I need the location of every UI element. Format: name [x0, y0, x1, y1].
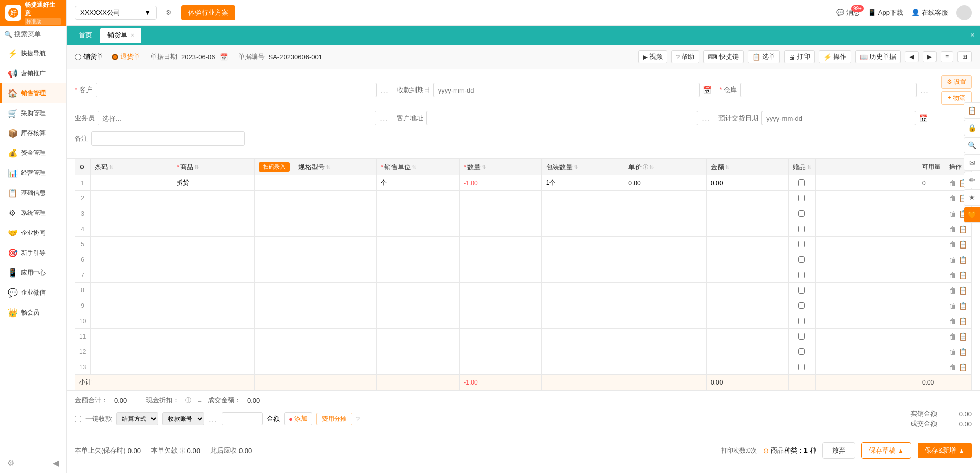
unit-input[interactable]	[381, 210, 455, 217]
row-delete-icon[interactable]: 🗑	[949, 225, 956, 233]
row-note[interactable]	[815, 221, 918, 237]
product-input[interactable]	[177, 241, 250, 248]
amount-input[interactable]	[711, 364, 784, 371]
sidebar-item-basics[interactable]: 📋 基础信息	[0, 183, 66, 203]
quantity-input[interactable]	[464, 226, 537, 233]
question-icon[interactable]: ?	[356, 415, 360, 423]
sidebar-collapse-icon[interactable]: ◀	[53, 458, 59, 468]
row-quantity[interactable]	[460, 221, 541, 237]
row-amount[interactable]	[706, 175, 788, 191]
barcode-input[interactable]	[95, 318, 168, 325]
row-amount[interactable]	[706, 206, 788, 221]
user-avatar[interactable]	[956, 5, 972, 20]
spec-input[interactable]	[298, 287, 373, 294]
row-barcode[interactable]	[91, 359, 172, 375]
note-input[interactable]	[820, 226, 913, 233]
row-note[interactable]	[815, 175, 918, 191]
pack-qty-input[interactable]	[546, 318, 620, 325]
note-input[interactable]	[820, 195, 913, 202]
unit-price-input[interactable]	[628, 333, 702, 340]
row-gift[interactable]	[788, 221, 815, 237]
row-copy-icon[interactable]: 📋	[959, 302, 967, 310]
row-unit-price[interactable]	[624, 221, 707, 237]
row-unit-price[interactable]	[624, 237, 707, 252]
search-menu-item[interactable]: 🔍 搜索菜单	[0, 26, 66, 43]
row-quantity[interactable]	[460, 252, 541, 267]
row-product[interactable]	[172, 313, 254, 329]
row-barcode[interactable]	[91, 191, 172, 206]
unit-price-input[interactable]	[628, 287, 702, 294]
barcode-input[interactable]	[95, 210, 168, 217]
product-input[interactable]	[177, 210, 250, 217]
quantity-input[interactable]	[464, 195, 537, 202]
row-unit[interactable]	[377, 313, 460, 329]
row-copy-icon[interactable]: 📋	[959, 286, 967, 295]
barcode-input[interactable]	[95, 226, 168, 233]
account-select[interactable]: 收款账号	[162, 412, 204, 425]
one-click-pay-checkbox[interactable]	[75, 416, 81, 422]
row-unit[interactable]	[377, 237, 460, 252]
sidebar-item-quick-nav[interactable]: ⚡ 快捷导航	[0, 43, 66, 63]
row-gift[interactable]	[788, 298, 815, 313]
unit-price-input[interactable]	[628, 210, 702, 217]
pack-qty-input[interactable]	[546, 226, 620, 233]
sidebar-item-operations[interactable]: 📊 经营管理	[0, 163, 66, 183]
warehouse-more-icon[interactable]: …	[920, 85, 929, 95]
pack-qty-input[interactable]	[546, 287, 620, 294]
note-input[interactable]	[820, 179, 913, 187]
radio-sale[interactable]: 销货单	[75, 52, 103, 61]
th-config[interactable]: ⚙	[75, 159, 91, 175]
row-delete-icon[interactable]: 🗑	[949, 240, 956, 249]
amount-input[interactable]	[711, 302, 784, 309]
spec-input[interactable]	[298, 318, 373, 325]
gift-checkbox[interactable]	[798, 226, 805, 232]
row-quantity[interactable]	[460, 206, 541, 221]
sidebar-item-apps[interactable]: 📱 应用中心	[0, 263, 66, 283]
product-input[interactable]	[177, 348, 250, 355]
row-pack-qty[interactable]	[541, 329, 624, 344]
note-input[interactable]	[820, 210, 913, 217]
customer-more-icon[interactable]: …	[380, 85, 389, 95]
row-pack-qty[interactable]	[541, 359, 624, 375]
row-unit[interactable]	[377, 298, 460, 313]
row-spec[interactable]	[294, 313, 377, 329]
row-delete-icon[interactable]: 🗑	[949, 286, 956, 295]
row-copy-icon[interactable]: 📋	[959, 240, 967, 249]
note-input[interactable]	[820, 241, 913, 248]
note-input[interactable]	[820, 348, 913, 355]
row-note[interactable]	[815, 267, 918, 283]
nav-prev-btn[interactable]: ◀	[905, 51, 919, 62]
row-spec[interactable]	[294, 252, 377, 267]
row-unit[interactable]	[377, 267, 460, 283]
unit-input[interactable]	[381, 272, 455, 279]
gift-checkbox[interactable]	[798, 287, 805, 294]
tab-close-icon[interactable]: ×	[130, 32, 134, 39]
sidebar-item-finance[interactable]: 💰 资金管理	[0, 143, 66, 163]
unit-price-input[interactable]	[628, 348, 702, 355]
customer-addr-input[interactable]	[426, 111, 698, 125]
row-gift[interactable]	[788, 313, 815, 329]
spec-input[interactable]	[298, 272, 373, 279]
unit-input[interactable]	[381, 333, 455, 340]
discount-info-icon[interactable]: ⓘ	[185, 396, 191, 405]
row-barcode[interactable]	[91, 313, 172, 329]
amount-input[interactable]	[711, 333, 784, 340]
barcode-input[interactable]	[95, 195, 168, 202]
row-delete-icon[interactable]: 🗑	[949, 302, 956, 310]
row-note[interactable]	[815, 191, 918, 206]
row-quantity[interactable]	[460, 267, 541, 283]
row-product[interactable]	[172, 283, 254, 298]
row-copy-icon[interactable]: 📋	[959, 271, 967, 279]
pack-qty-input[interactable]	[546, 302, 620, 309]
spec-input[interactable]	[298, 364, 373, 371]
radio-return[interactable]: 退货单	[112, 52, 140, 61]
pack-qty-input[interactable]	[546, 348, 620, 355]
product-input[interactable]	[177, 302, 250, 309]
amount-input[interactable]	[711, 241, 784, 248]
row-pack-qty[interactable]	[541, 175, 624, 191]
note-input[interactable]	[820, 302, 913, 309]
row-gift[interactable]	[788, 237, 815, 252]
row-note[interactable]	[815, 283, 918, 298]
select-btn[interactable]: 📋 选单	[748, 50, 780, 63]
row-product[interactable]	[172, 359, 254, 375]
